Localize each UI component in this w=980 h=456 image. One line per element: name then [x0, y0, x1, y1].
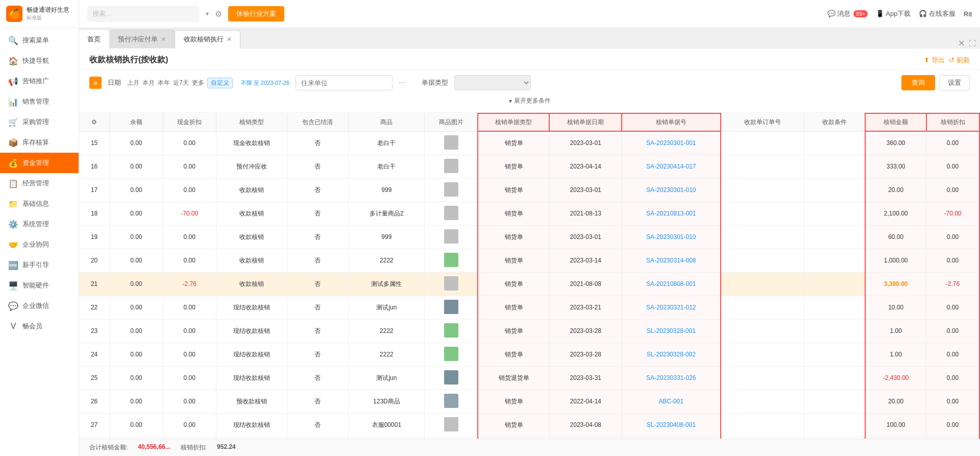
sidebar-item-funds[interactable]: 💰资金管理 [0, 153, 79, 173]
cell-cash-discount: 0.00 [163, 413, 216, 437]
sidebar-item-system[interactable]: ⚙️系统管理 [0, 214, 79, 234]
date-opt-this-year[interactable]: 本年 [158, 79, 170, 87]
sidebar-item-label-inventory: 库存核算 [22, 138, 49, 147]
single-type-select[interactable] [454, 75, 531, 90]
cell-goods-img [425, 225, 478, 249]
table-footer: 合计核销金额: 40,556,66... 核销折扣: 952.24 [79, 439, 980, 456]
close-icon[interactable]: ✕ [161, 36, 166, 43]
date-opt-custom[interactable]: 自定义 [207, 78, 233, 88]
cell-writeoff-no[interactable]: SA-20210808-001 [622, 272, 721, 296]
col-header-balance: 余额 [110, 113, 163, 131]
cell-cash-discount: 0.00 [163, 319, 216, 343]
sidebar-item-wechat[interactable]: 💬企业微信 [0, 296, 79, 316]
date-opt-this-month[interactable]: 本月 [142, 79, 155, 87]
cell-writeoff-amount: 100.00 [865, 413, 926, 437]
gear-icon[interactable]: ⚙ [215, 9, 222, 19]
cell-writeoff-no[interactable]: SA-20230321-012 [622, 296, 721, 319]
cell-contains: 否 [287, 249, 349, 272]
cell-writeoff-no[interactable]: SL-20230408-001 [622, 413, 721, 437]
sidebar-item-purchase[interactable]: 🛒采购管理 [0, 112, 79, 132]
tab-home[interactable]: 首页 [79, 30, 109, 49]
cell-receipt-cond [804, 413, 865, 437]
tab-prepay[interactable]: 预付冲应付单 ✕ [110, 30, 175, 48]
cell-cash-discount: 0.00 [163, 225, 216, 249]
setting-button[interactable]: 设置 [939, 75, 970, 90]
cell-balance: 0.00 [110, 249, 163, 272]
sidebar-item-inventory[interactable]: 📦库存核算 [0, 132, 79, 153]
col-header-writeoff-no: 核销单据号 [622, 113, 721, 131]
col-header-writeoff-discount: 核销折扣 [926, 113, 979, 131]
cell-writeoff-amount: 2,100.00 [865, 202, 926, 225]
search-icon: 🔍 [8, 35, 18, 45]
cell-writeoff-no[interactable]: SL-20230328-002 [622, 343, 721, 366]
cell-writeoff-no[interactable]: SA-20230301-010 [622, 225, 721, 249]
cell-writeoff-no[interactable]: SA-20230331-026 [622, 366, 721, 390]
date-opt-last-month[interactable]: 上月 [127, 79, 139, 87]
cell-goods-img [425, 178, 478, 202]
cell-no: 16 [79, 155, 110, 178]
sidebar-item-marketing[interactable]: 📢营销推广 [0, 71, 79, 91]
export-icon: ⬆ [924, 56, 929, 64]
sidebar-item-search[interactable]: 🔍搜索菜单 [0, 30, 79, 51]
cell-receipt-cond [804, 366, 865, 390]
expand-more-button[interactable]: ▾ 展开更多条件 [89, 94, 970, 107]
cell-contains: 否 [287, 178, 349, 202]
cell-write-type: 收款核销 [216, 249, 287, 272]
cell-writeoff-no[interactable]: SA-20230414-017 [622, 155, 721, 178]
close-all-icon[interactable]: ✕ [958, 38, 965, 48]
sidebar-item-guide[interactable]: 🆕新手引导 [0, 255, 79, 275]
tabbar: 首页 预付冲应付单 ✕ 收款核销执行 ✕ ✕ ⛶ [79, 28, 980, 49]
cell-contains: 否 [287, 296, 349, 319]
cell-receipt-order-no [721, 413, 804, 437]
sidebar-item-quicknav[interactable]: 🏠快捷导航 [0, 51, 79, 71]
message-section[interactable]: 💬 消息 99+ [827, 9, 868, 18]
cell-receipt-order-no [721, 390, 804, 413]
sidebar-item-hardware[interactable]: 🖥️智能硬件 [0, 275, 79, 296]
sidebar-item-label-marketing: 营销推广 [22, 77, 49, 86]
solution-button[interactable]: 休验行业方案 [228, 6, 284, 21]
cell-writeoff-no[interactable]: SA-20210813-001 [622, 202, 721, 225]
sidebar-item-basic[interactable]: 📁基础信息 [0, 194, 79, 214]
sidebar-item-sales[interactable]: 📊销售管理 [0, 91, 79, 112]
cell-contains: 否 [287, 131, 349, 155]
filter-expand-button[interactable]: » [89, 77, 102, 89]
online-service[interactable]: 🎧 在线客服 [919, 9, 955, 18]
cell-writeoff-no[interactable]: SA-20230314-008 [622, 249, 721, 272]
export-button[interactable]: ⬆ 导出 [924, 56, 945, 65]
cell-no: 15 [79, 131, 110, 155]
cell-receipt-order-no [721, 366, 804, 390]
partner-input[interactable] [296, 75, 393, 90]
partner-dots-icon[interactable]: ··· [399, 78, 405, 87]
cell-cash-discount: 0.00 [163, 131, 216, 155]
expand-window-icon[interactable]: ⛶ [969, 39, 976, 47]
cell-writeoff-no[interactable]: ABC-001 [622, 390, 721, 413]
cell-cash-discount: 0.00 [163, 390, 216, 413]
cell-writeoff-no[interactable]: SA-20230301-001 [622, 131, 721, 155]
app-download[interactable]: 📱 App下载 [876, 9, 911, 18]
col-header-writeoff-doc-type: 核销单据类型 [478, 113, 549, 131]
sidebar-item-operation[interactable]: 📋经营管理 [0, 173, 79, 194]
cell-receipt-cond [804, 225, 865, 249]
tab-writeoff[interactable]: 收款核销执行 ✕ [176, 30, 240, 49]
dropdown-chevron-icon[interactable]: ▾ [206, 10, 209, 17]
total-row: 合计核销金额: 40,556,66... 核销折扣: 952.24 [89, 443, 236, 452]
query-button[interactable]: 查询 [901, 75, 935, 90]
topbar-search[interactable]: 搜索... [87, 6, 200, 22]
date-opt-more[interactable]: 更多 [192, 79, 204, 87]
user-name[interactable]: Rit [964, 10, 972, 18]
total-discount-value: 952.24 [217, 443, 236, 452]
cell-writeoff-no[interactable]: SA-20230301-010 [622, 178, 721, 202]
cell-writeoff-amount: 60.00 [865, 225, 926, 249]
close-icon-active[interactable]: ✕ [227, 36, 232, 43]
cell-goods-img [425, 249, 478, 272]
cell-writeoff-date: 2023-03-28 [549, 319, 622, 343]
cell-writeoff-amount: -2,430.00 [865, 366, 926, 390]
cell-write-type: 收款核销 [216, 225, 287, 249]
cell-writeoff-doc-type: 销货单 [478, 131, 549, 155]
sidebar-item-member[interactable]: V畅会员 [0, 316, 79, 337]
date-opt-7days[interactable]: 近7天 [173, 79, 189, 87]
cell-writeoff-discount: 0.00 [926, 343, 979, 366]
refresh-button[interactable]: ↺ 刷新 [949, 56, 970, 65]
sidebar-item-enterprise[interactable]: 🤝企业协同 [0, 234, 79, 255]
cell-writeoff-no[interactable]: SL-20230328-001 [622, 319, 721, 343]
